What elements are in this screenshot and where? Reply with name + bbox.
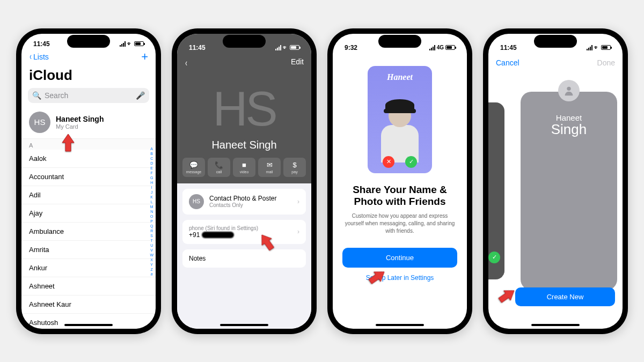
create-new-button[interactable]: Create New xyxy=(515,287,615,306)
search-placeholder: Search xyxy=(45,91,68,100)
edit-button[interactable]: Edit xyxy=(291,57,304,69)
notch xyxy=(534,35,577,48)
status-icons: ᯤ xyxy=(275,45,299,50)
contact-row[interactable]: Aalok xyxy=(21,150,156,168)
contact-photo-poster-cell[interactable]: HS Contact Photo & Poster Contacts Only … xyxy=(182,189,306,215)
poster-editor-screen: 11:45 ᯤ Cancel Done ✓ Haneet Singh Creat… xyxy=(488,34,623,329)
contact-row[interactable]: Ashneet xyxy=(21,277,156,295)
search-icon: 🔍 xyxy=(32,91,41,100)
my-card-row[interactable]: HS Haneet Singh My Card xyxy=(21,108,156,139)
body: Haneet ✕ ✓ Share Your Name & Photo with … xyxy=(333,55,467,329)
current-poster-card[interactable]: Haneet Singh xyxy=(521,92,617,290)
home-indicator[interactable] xyxy=(220,324,268,326)
action-video[interactable]: ■video xyxy=(233,158,255,177)
phone-1: 11:45 ᯤ ‹Lists + iCloud 🔍 Search 🎤 HS Ha… xyxy=(16,28,161,334)
cell-title: Contact Photo & Poster xyxy=(209,195,276,202)
avatar: HS xyxy=(29,112,50,133)
time: 9:32 xyxy=(345,44,357,51)
search-input[interactable]: 🔍 Search 🎤 xyxy=(28,88,149,103)
phone-4: 11:45 ᯤ Cancel Done ✓ Haneet Singh Creat… xyxy=(483,28,628,334)
wifi-icon: ᯤ xyxy=(283,45,288,50)
action-buttons: 💬message📞call■video✉mail$pay xyxy=(177,158,311,183)
add-button[interactable]: + xyxy=(141,50,148,64)
pay-icon: $ xyxy=(292,161,296,169)
signal-icon xyxy=(587,45,592,50)
action-message[interactable]: 💬message xyxy=(182,158,205,177)
contact-row[interactable]: Ashutosh xyxy=(21,314,156,329)
status-icons: ᯤ xyxy=(120,41,144,47)
network-label: 4G xyxy=(437,45,444,50)
time: 11:45 xyxy=(189,44,206,51)
mic-icon[interactable]: 🎤 xyxy=(136,91,145,100)
notch xyxy=(67,35,110,48)
time: 11:45 xyxy=(33,40,50,48)
avatar-icon: HS xyxy=(189,194,204,209)
continue-button[interactable]: Continue xyxy=(342,248,457,268)
contact-row[interactable]: Amrita xyxy=(21,241,156,259)
action-call[interactable]: 📞call xyxy=(208,158,230,177)
callout-arrow xyxy=(60,133,76,152)
battery-icon xyxy=(134,41,144,46)
action-pay[interactable]: $pay xyxy=(283,158,306,177)
notes-label: Notes xyxy=(189,255,206,262)
decline-icon: ✕ xyxy=(383,156,394,168)
wifi-icon: ᯤ xyxy=(127,41,133,47)
status-icons: ᯤ xyxy=(587,45,611,50)
contacts-list-screen: 11:45 ᯤ ‹Lists + iCloud 🔍 Search 🎤 HS Ha… xyxy=(21,34,156,329)
action-mail[interactable]: ✉mail xyxy=(258,158,281,177)
back-button[interactable]: ‹ xyxy=(185,57,187,69)
last-name: Singh xyxy=(521,121,617,138)
notes-cell[interactable]: Notes xyxy=(182,249,306,268)
done-button[interactable]: Done xyxy=(597,58,615,67)
home-indicator[interactable] xyxy=(376,324,424,326)
contact-row[interactable]: Accountant xyxy=(21,168,156,186)
video-icon: ■ xyxy=(242,161,246,169)
cancel-button[interactable]: Cancel xyxy=(496,58,519,67)
phone-cell[interactable]: phone (Siri found in Settings) +91 › xyxy=(182,220,306,244)
contact-row[interactable]: Adil xyxy=(21,186,156,204)
phone-2: 11:45 ᯤ ‹ Edit HS Haneet Singh 💬message📞… xyxy=(172,28,317,334)
contact-row[interactable]: Ajay xyxy=(21,204,156,223)
poster-name: Haneet xyxy=(368,72,432,82)
cell-sub: Contacts Only xyxy=(209,202,276,208)
nav-bar: ‹Lists + xyxy=(21,48,156,66)
header-area: 11:45 ᯤ ‹ Edit HS Haneet Singh 💬message📞… xyxy=(177,34,311,183)
back-button[interactable]: ‹Lists xyxy=(29,50,49,64)
message-icon: 💬 xyxy=(189,161,198,169)
contact-row[interactable]: Ambulance xyxy=(21,223,156,241)
nav-bar: Cancel Done xyxy=(488,55,623,70)
phone-label: phone (Siri found in Settings) xyxy=(189,225,299,231)
home-indicator[interactable] xyxy=(64,324,113,326)
home-indicator[interactable] xyxy=(531,324,580,326)
chevron-right-icon: › xyxy=(297,228,299,235)
share-title: Share Your Name & Photo with Friends xyxy=(342,184,457,209)
accept-icon: ✓ xyxy=(488,252,500,263)
alpha-index[interactable]: ABCDEFGHIJKLMNOPQRSTUVWXYZ# xyxy=(150,146,153,277)
detail-body: HS Contact Photo & Poster Contacts Only … xyxy=(177,183,311,329)
previous-poster-card[interactable]: ✓ xyxy=(488,102,504,279)
contact-row[interactable]: Ashneet Kaur xyxy=(21,295,156,314)
chevron-right-icon: › xyxy=(297,198,299,205)
mail-icon: ✉ xyxy=(267,161,273,169)
share-desc: Customize how you appear and express you… xyxy=(342,212,457,235)
phone-3: 9:32 4G Haneet ✕ ✓ Share Your Name & Pho… xyxy=(327,28,472,334)
signal-icon xyxy=(429,45,435,50)
contacts-list: AalokAccountantAdilAjayAmbulanceAmritaAn… xyxy=(21,150,156,329)
signal-icon xyxy=(275,45,281,50)
contact-row[interactable]: Ankur xyxy=(21,259,156,277)
back-label: Lists xyxy=(33,53,49,61)
notch xyxy=(378,35,421,48)
page-title: iCloud xyxy=(21,66,156,88)
redacted-number xyxy=(202,232,234,238)
call-icon: 📞 xyxy=(215,161,223,169)
poster-preview: Haneet ✕ ✓ xyxy=(368,66,432,173)
battery-icon xyxy=(290,45,299,50)
battery-icon xyxy=(445,45,455,50)
accept-icon: ✓ xyxy=(405,156,417,168)
avatar-placeholder-icon xyxy=(558,80,580,101)
signal-icon xyxy=(120,41,126,47)
wifi-icon: ᯤ xyxy=(594,45,599,50)
contact-initials: HS xyxy=(177,71,311,139)
section-header: A xyxy=(21,139,156,150)
call-buttons: ✕ ✓ xyxy=(368,156,432,168)
